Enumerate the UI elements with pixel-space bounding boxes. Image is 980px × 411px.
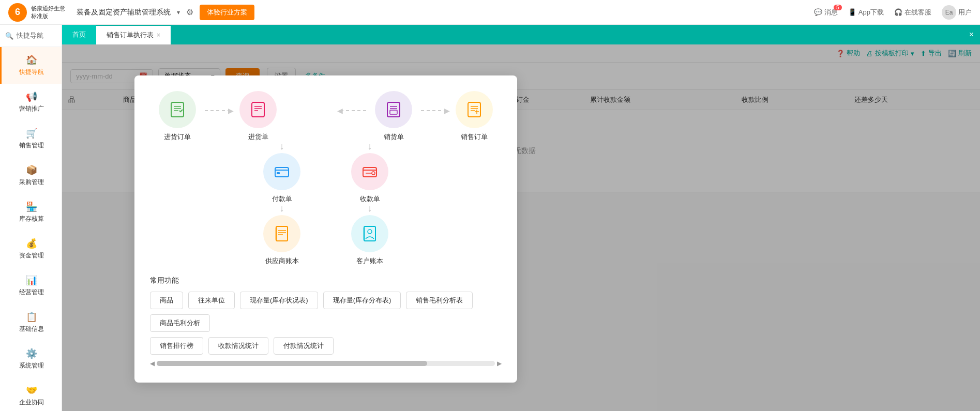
func-btn-product-gross[interactable]: 商品毛利分析 xyxy=(150,314,210,332)
spacer-r3-2 xyxy=(414,204,502,266)
sidebar-item-quick-nav[interactable]: 🏠 快捷导航 xyxy=(0,47,62,84)
topbar-right: 💬 消息 5 📱 App下载 🎧 在线客服 Ea 用户 xyxy=(814,5,972,20)
settings-icon[interactable]: ⚙ xyxy=(186,7,193,17)
svg-rect-12 xyxy=(468,102,480,117)
flow-node-purchase-bill[interactable]: 进货单 xyxy=(231,91,285,142)
spacer-r3-1 xyxy=(150,204,238,266)
func-btn-sales-gross[interactable]: 销售毛利分析表 xyxy=(406,292,473,309)
dialog-scrollbar[interactable]: ◀ ▶ xyxy=(150,360,502,367)
purchase-order-icon xyxy=(159,91,196,128)
app-download-btn[interactable]: 📱 App下载 xyxy=(848,8,884,17)
sidebar-item-cooperation[interactable]: 🤝 企业协同 xyxy=(0,377,62,411)
logo-text: 畅康通好生意 标准版 xyxy=(31,5,65,20)
trial-button[interactable]: 体验行业方案 xyxy=(200,5,254,20)
flow-node-sales-order[interactable]: 销售订单 xyxy=(447,91,502,142)
page-content: ❓ 帮助 🖨 按模板打印 ▾ ⬆ 导出 🔄 刷新 xyxy=(62,44,980,411)
phone-icon: 📱 xyxy=(848,8,856,16)
search-menu-btn[interactable]: 🔍 快捷导航 xyxy=(0,25,62,47)
flow-down-customer-ledger: ↓ 客户账本 xyxy=(326,204,414,266)
sidebar-item-inventory[interactable]: 🏪 库存核算 xyxy=(0,194,62,231)
purchase-bill-label: 进货单 xyxy=(248,132,268,142)
flow-down-receipt: ↓ 收款单 xyxy=(326,142,414,204)
sidebar-item-system[interactable]: ⚙️ 系统管理 xyxy=(0,341,62,377)
operation-icon: 📊 xyxy=(26,275,37,286)
sidebar-item-basic[interactable]: 📋 基础信息 xyxy=(0,304,62,341)
common-functions: 常用功能 商品 往来单位 现存量(库存状况表) 现存量(库存分布表) 销售毛利分… xyxy=(150,276,502,355)
func-btn-stock-status[interactable]: 现存量(库存状况表) xyxy=(240,292,318,309)
svg-rect-0 xyxy=(171,102,184,117)
home-icon: 🏠 xyxy=(26,54,37,66)
supplier-ledger-label: 供应商账本 xyxy=(265,256,299,266)
message-icon: 💬 xyxy=(814,8,822,16)
scroll-right-icon[interactable]: ▶ xyxy=(497,360,502,367)
svg-rect-26 xyxy=(275,227,277,240)
flow-down-supplier-ledger: ↓ 供应商账本 xyxy=(238,204,326,266)
func-btn-stock-dist[interactable]: 现存量(库存分布表) xyxy=(323,292,401,309)
online-service-btn[interactable]: 🎧 在线客服 xyxy=(894,8,931,17)
tab-sales-order-exec[interactable]: 销售订单执行表 × xyxy=(96,25,171,44)
scroll-track[interactable] xyxy=(157,361,495,366)
func-buttons-row2: 销售排行榜 收款情况统计 付款情况统计 xyxy=(150,337,502,355)
func-btn-payment-stat[interactable]: 付款情况统计 xyxy=(274,337,334,355)
sales-order-label: 销售订单 xyxy=(461,132,488,142)
svg-rect-18 xyxy=(275,168,289,177)
func-buttons-row1: 商品 往来单位 现存量(库存状况表) 现存量(库存分布表) 销售毛利分析表 商品… xyxy=(150,292,502,332)
topbar-left: 6 畅康通好生意 标准版 装备及固定资产辅助管理系统 ▾ ⚙ 体验行业方案 xyxy=(8,3,254,22)
arrow-salesbill-to-salesorder: ▶ xyxy=(421,110,447,111)
flow-down-payment: ↓ 付款单 xyxy=(238,142,326,204)
receipt-icon xyxy=(351,153,388,190)
func-btn-product[interactable]: 商品 xyxy=(150,292,183,309)
tab-sales-order-exec-label: 销售订单执行表 xyxy=(107,31,154,40)
func-btn-receipt-stat[interactable]: 收款情况统计 xyxy=(208,337,268,355)
tab-home[interactable]: 首页 xyxy=(62,25,96,44)
user-menu[interactable]: Ea 用户 xyxy=(942,5,972,20)
sidebar: 🔍 快捷导航 🏠 快捷导航 📢 营销推广 🛒 销售管理 📦 采购管理 🏪 xyxy=(0,25,62,411)
headset-icon: 🎧 xyxy=(894,8,902,16)
flow-node-receipt[interactable]: 收款单 xyxy=(351,153,388,204)
tab-bar: 首页 销售订单执行表 × × xyxy=(62,25,980,44)
marketing-icon: 📢 xyxy=(26,91,37,102)
arrow-salesorder-to-salesbill: ◀ xyxy=(340,110,366,111)
logo-icon: 6 xyxy=(8,3,27,22)
purchase-order-label: 进货订单 xyxy=(164,132,191,142)
tab-bar-close-btn[interactable]: × xyxy=(969,30,974,39)
purchase-icon: 📦 xyxy=(26,164,37,176)
sidebar-item-finance[interactable]: 💰 资金管理 xyxy=(0,231,62,267)
svg-rect-11 xyxy=(390,110,397,114)
customer-ledger-icon xyxy=(351,215,388,252)
svg-rect-8 xyxy=(387,102,400,117)
svg-rect-25 xyxy=(276,226,288,241)
payment-label: 付款单 xyxy=(272,194,292,204)
flow-node-payment[interactable]: 付款单 xyxy=(263,153,300,204)
flow-node-customer-ledger[interactable]: 客户账本 xyxy=(351,215,388,266)
sales-order-icon xyxy=(456,91,493,128)
flow-node-supplier-ledger[interactable]: 供应商账本 xyxy=(263,215,300,266)
scroll-left-icon[interactable]: ◀ xyxy=(150,360,155,367)
logo-area: 6 畅康通好生意 标准版 xyxy=(8,3,70,22)
sales-bill-label: 销货单 xyxy=(384,132,404,142)
svg-rect-4 xyxy=(252,102,264,117)
sidebar-item-purchase[interactable]: 📦 采购管理 xyxy=(0,157,62,194)
content-area: 首页 销售订单执行表 × × ❓ 帮助 🖨 按 xyxy=(62,25,980,411)
sidebar-item-sales[interactable]: 🛒 销售管理 xyxy=(0,120,62,157)
basic-icon: 📋 xyxy=(26,311,37,323)
finance-icon: 💰 xyxy=(26,238,37,249)
flow-node-sales-bill[interactable]: 销货单 xyxy=(366,91,421,142)
tab-close-icon[interactable]: × xyxy=(157,32,160,39)
purchase-bill-icon xyxy=(239,91,277,128)
dialog-overlay: 进货订单 ▶ xyxy=(62,44,980,411)
tab-home-label: 首页 xyxy=(72,30,86,39)
sidebar-item-operation[interactable]: 📊 经营管理 xyxy=(0,267,62,304)
func-btn-sales-rank[interactable]: 销售排行榜 xyxy=(150,337,203,355)
message-btn[interactable]: 💬 消息 5 xyxy=(814,8,838,17)
sidebar-item-marketing[interactable]: 📢 营销推广 xyxy=(0,84,62,120)
func-btn-counterparty[interactable]: 往来单位 xyxy=(188,292,235,309)
system-name: 装备及固定资产辅助管理系统 xyxy=(77,8,171,17)
flow-node-purchase-order[interactable]: 进货订单 xyxy=(150,91,205,142)
payment-icon xyxy=(263,153,300,190)
inventory-icon: 🏪 xyxy=(26,201,37,212)
system-icon: ⚙️ xyxy=(26,348,37,359)
main-wrapper: 🔍 快捷导航 🏠 快捷导航 📢 营销推广 🛒 销售管理 📦 采购管理 🏪 xyxy=(0,25,980,411)
system-dropdown-icon[interactable]: ▾ xyxy=(177,9,180,16)
supplier-ledger-icon xyxy=(263,215,300,252)
